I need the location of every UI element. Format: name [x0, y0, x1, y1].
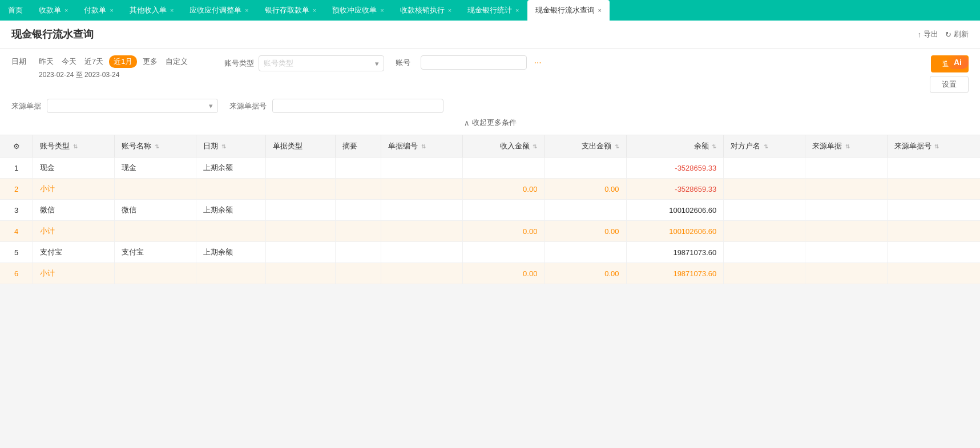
collapse-button[interactable]: ∧ 收起更多条件	[11, 118, 969, 128]
date-option-1month[interactable]: 近1月	[109, 55, 137, 68]
date-range-display: 2023-02-24 至 2023-03-24	[39, 71, 119, 79]
sort-icon: ⇅	[73, 143, 78, 150]
nav-item-6[interactable]: 收款核销执行 ×	[392, 0, 459, 21]
row-source-doc	[805, 179, 887, 200]
row-counterparty	[724, 221, 805, 242]
column-source-doc-no[interactable]: 来源单据号 ⇅	[887, 135, 980, 158]
sort-icon: ⇅	[421, 143, 426, 150]
close-icon[interactable]: ×	[64, 7, 68, 14]
table-row: 5支付宝支付宝上期余额19871073.60	[0, 242, 980, 263]
collapse-icon: ∧	[464, 119, 470, 127]
sort-icon: ⇅	[764, 143, 768, 150]
nav-item-3[interactable]: 应收应付调整单 ×	[182, 0, 256, 21]
refresh-button[interactable]: ↻ 刷新	[945, 29, 969, 39]
close-icon[interactable]: ×	[515, 7, 519, 14]
row-date: 上期余额	[196, 158, 266, 179]
row-doc-type	[266, 221, 336, 242]
account-input[interactable]	[421, 55, 527, 70]
source-doc-select[interactable]: ▾	[47, 99, 218, 113]
row-balance: -3528659.33	[626, 179, 724, 200]
nav-item-1[interactable]: 付款单 ×	[76, 0, 121, 21]
page-title: 现金银行流水查询	[11, 27, 94, 41]
row-source-doc	[805, 242, 887, 263]
column-counterparty[interactable]: 对方户名 ⇅	[724, 135, 805, 158]
sort-icon: ⇅	[845, 143, 850, 150]
close-icon[interactable]: ×	[245, 7, 248, 14]
close-icon[interactable]: ×	[448, 7, 451, 14]
nav-item-5[interactable]: 预收冲应收单 ×	[324, 0, 392, 21]
row-expense: 0.00	[545, 179, 626, 200]
date-option-custom[interactable]: 自定义	[163, 55, 190, 68]
account-type-select[interactable]: 账号类型 ▾	[259, 55, 384, 71]
row-source-doc-no	[887, 242, 980, 263]
row-date	[196, 263, 266, 284]
close-icon[interactable]: ×	[598, 7, 602, 14]
table-header-row: ⚙ 账号类型 ⇅ 账号名称 ⇅ 日期 ⇅ 单据类型 摘要 单据编号 ⇅	[0, 135, 980, 158]
close-icon[interactable]: ×	[110, 7, 113, 14]
row-expense: 0.00	[545, 221, 626, 242]
table-body: 1现金现金上期余额-3528659.332小计0.000.00-3528659.…	[0, 158, 980, 284]
nav-item-4[interactable]: 银行存取款单 ×	[257, 0, 324, 21]
source-doc-no-input[interactable]	[272, 99, 443, 113]
date-option-yesterday[interactable]: 昨天	[37, 55, 56, 68]
close-icon[interactable]: ×	[313, 7, 316, 14]
export-button[interactable]: ↑ 导出	[918, 29, 939, 39]
column-expense[interactable]: 支出金额 ⇅	[545, 135, 626, 158]
nav-home[interactable]: 首页	[0, 0, 31, 21]
row-account-type: 微信	[33, 200, 115, 221]
header-actions: ↑ 导出 ↻ 刷新	[918, 29, 969, 39]
row-date: 上期余额	[196, 242, 266, 263]
row-doc-no	[381, 221, 463, 242]
row-summary	[335, 200, 381, 221]
row-summary	[335, 263, 381, 284]
page-header: 现金银行流水查询 ↑ 导出 ↻ 刷新	[0, 21, 980, 49]
column-date[interactable]: 日期 ⇅	[196, 135, 266, 158]
row-doc-type	[266, 263, 336, 284]
row-doc-no	[381, 263, 463, 284]
row-source-doc-no	[887, 263, 980, 284]
close-icon[interactable]: ×	[170, 7, 174, 14]
date-option-more[interactable]: 更多	[140, 55, 160, 68]
data-table-container: ⚙ 账号类型 ⇅ 账号名称 ⇅ 日期 ⇅ 单据类型 摘要 单据编号 ⇅	[0, 135, 980, 284]
row-account-name: 微信	[115, 200, 196, 221]
row-doc-type	[266, 179, 336, 200]
column-doc-no[interactable]: 单据编号 ⇅	[381, 135, 463, 158]
ai-button[interactable]: Ai	[947, 55, 969, 69]
row-num: 4	[0, 221, 33, 242]
date-option-7days[interactable]: 近7天	[82, 55, 106, 68]
row-income	[463, 242, 545, 263]
nav-item-0[interactable]: 收款单 ×	[31, 0, 76, 21]
date-option-today[interactable]: 今天	[59, 55, 79, 68]
settings-button[interactable]: 设置	[930, 76, 969, 93]
column-account-name[interactable]: 账号名称 ⇅	[115, 135, 196, 158]
refresh-icon: ↻	[945, 30, 951, 39]
column-account-type[interactable]: 账号类型 ⇅	[33, 135, 115, 158]
sort-icon: ⇅	[712, 143, 716, 150]
nav-item-7[interactable]: 现金银行统计 ×	[459, 0, 527, 21]
row-balance: 100102606.60	[626, 221, 724, 242]
account-type-placeholder: 账号类型	[264, 58, 293, 68]
table-row: 4小计0.000.00100102606.60	[0, 221, 980, 242]
sort-icon: ⇅	[934, 143, 939, 150]
chevron-down-icon: ▾	[375, 59, 379, 68]
row-expense: 0.00	[545, 263, 626, 284]
column-source-doc[interactable]: 来源单据 ⇅	[805, 135, 887, 158]
table-row: 2小计0.000.00-3528659.33	[0, 179, 980, 200]
column-gear[interactable]: ⚙	[0, 135, 33, 158]
row-source-doc-no	[887, 179, 980, 200]
row-source-doc-no	[887, 158, 980, 179]
close-icon[interactable]: ×	[380, 7, 384, 14]
row-balance: 19871073.60	[626, 242, 724, 263]
nav-item-2[interactable]: 其他收入单 ×	[122, 0, 182, 21]
account-label: 账号	[396, 58, 416, 68]
row-income	[463, 200, 545, 221]
row-expense	[545, 242, 626, 263]
row-doc-type	[266, 200, 336, 221]
more-options-button[interactable]: ···	[534, 58, 541, 68]
column-income[interactable]: 收入金额 ⇅	[463, 135, 545, 158]
date-options: 昨天 今天 近7天 近1月 更多 自定义	[37, 55, 190, 68]
column-balance[interactable]: 余额 ⇅	[626, 135, 724, 158]
nav-item-8[interactable]: 现金银行流水查询 ×	[527, 0, 610, 21]
source-doc-group: 来源单据 ▾	[11, 99, 218, 113]
collapse-label: 收起更多条件	[472, 118, 517, 128]
